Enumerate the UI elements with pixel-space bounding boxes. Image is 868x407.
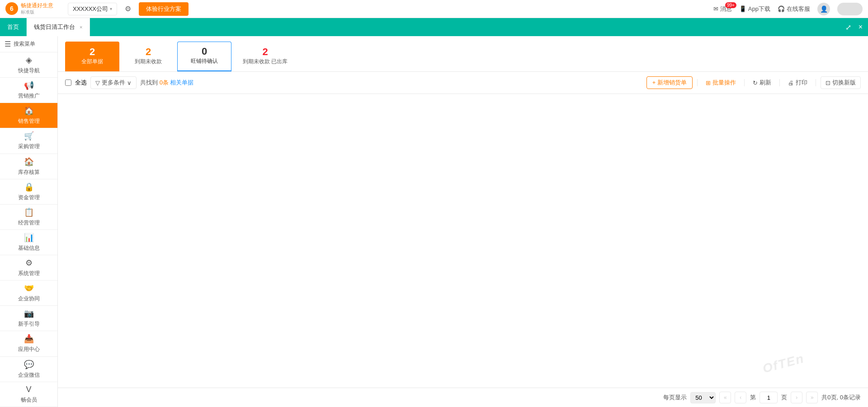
sidebar-item-wechat-label: 企业微信 (18, 371, 40, 379)
logo-area: 6 畅捷通好生意 标准版 (5, 2, 63, 15)
sidebar-item-quick-nav[interactable]: ◈ 快捷导航 (0, 52, 57, 78)
search-menu-icon: ☰ (5, 40, 11, 48)
select-all-checkbox[interactable] (65, 80, 71, 86)
stat-tab-overdue[interactable]: 2 到期未收款 (121, 42, 175, 71)
toolbar: 全选 ▽ 更多条件 ∨ 共找到 0条 相关单据 + 新增销货单 ⊞ 批量操作 (58, 72, 868, 94)
finance-icon: 🔒 (24, 182, 34, 192)
batch-icon: ⊞ (706, 80, 711, 86)
tab-close-window-icon[interactable]: × (857, 21, 864, 33)
sidebar-item-purchase[interactable]: 🛒 采购管理 (0, 128, 57, 154)
add-sales-order-button[interactable]: + 新增销货单 (646, 76, 693, 89)
tab-bar-actions: ⤢ × (844, 21, 868, 33)
page-size-select[interactable]: 10 20 50 100 (690, 392, 716, 403)
sidebar: ☰ 搜索菜单 ◈ 快捷导航 📢 营销推广 🏠 销售管理 🛒 采购管理 🏠 库存核… (0, 36, 58, 407)
page-size-label: 每页显示 (663, 393, 687, 402)
result-count: 0条 (160, 79, 169, 86)
sidebar-search[interactable]: ☰ 搜索菜单 (0, 36, 57, 52)
sidebar-item-app-center-label: 应用中心 (18, 346, 40, 353)
app-download-label: App下载 (748, 5, 770, 13)
stat-pending-num: 0 (202, 46, 207, 57)
sidebar-item-marketing[interactable]: 📢 营销推广 (0, 78, 57, 103)
result-text: 共找到 0条 相关单据 (140, 79, 193, 87)
stat-all-num: 2 (90, 46, 95, 58)
batch-label: 批量操作 (712, 79, 736, 87)
switch-icon: ⊡ (826, 80, 830, 86)
toolbar-divider2 (744, 79, 745, 86)
sidebar-item-member[interactable]: V 畅会员 (0, 382, 57, 407)
message-icon: ✉ (713, 5, 718, 12)
stats-tabs: 2 全部单据 2 到期未收款 0 旺铺待确认 2 到期未收款 已出库 (58, 36, 868, 72)
stat-pending-label: 旺铺待确认 (191, 57, 218, 65)
stat-overdue-label: 到期未收款 (135, 58, 162, 65)
refresh-label: 刷新 (760, 79, 771, 87)
prev-page-button[interactable]: ‹ (735, 392, 746, 403)
tab-cash-daily[interactable]: 钱货日清工作台 × (27, 18, 90, 36)
stat-tab-overdue-warehouse[interactable]: 2 到期未收款 已出库 (233, 42, 297, 71)
company-selector[interactable]: XXXXXX公司 ▾ (68, 3, 117, 15)
sidebar-item-finance-label: 资金管理 (18, 194, 40, 201)
stat-overdue-warehouse-num: 2 (263, 46, 268, 58)
settings-button[interactable]: ⚙ (122, 3, 134, 15)
marketing-icon: 📢 (24, 80, 34, 90)
sidebar-item-wechat[interactable]: 💬 企业微信 (0, 357, 57, 382)
print-icon: 🖨 (788, 80, 794, 86)
sidebar-item-inventory-label: 库存核算 (18, 168, 40, 176)
toolbar-divider3 (779, 79, 780, 86)
sidebar-item-base-info[interactable]: 📊 基础信息 (0, 230, 57, 255)
next-page-button[interactable]: › (791, 392, 802, 403)
sidebar-item-enterprise-label: 企业协同 (18, 295, 40, 303)
sidebar-item-marketing-label: 营销推广 (18, 92, 40, 100)
avatar[interactable]: 👤 (817, 3, 830, 15)
tab-close-icon[interactable]: × (80, 24, 82, 30)
stat-all-label: 全部单据 (81, 58, 103, 65)
select-all-label: 全选 (75, 79, 87, 87)
app-download-icon: 📱 (739, 5, 746, 12)
stat-tab-all[interactable]: 2 全部单据 (65, 42, 119, 71)
refresh-icon: ↻ (753, 80, 758, 86)
first-page-button[interactable]: « (719, 392, 731, 403)
app-download-button[interactable]: 📱 App下载 (739, 5, 770, 13)
tab-home[interactable]: 首页 (0, 18, 27, 36)
current-page-input[interactable] (760, 392, 778, 403)
filter-chevron-icon: ∨ (127, 80, 132, 86)
avatar-icon: 👤 (820, 5, 828, 13)
top-right-area: ✉ 消息 99+ 📱 App下载 🎧 在线客服 👤 (713, 3, 863, 15)
sidebar-item-operations[interactable]: 📋 经营管理 (0, 205, 57, 230)
sidebar-item-inventory[interactable]: 🏠 库存核算 (0, 154, 57, 179)
search-menu-label: 搜索菜单 (14, 40, 35, 48)
last-page-button[interactable]: » (806, 392, 818, 403)
sidebar-item-system[interactable]: ⚙ 系统管理 (0, 255, 57, 281)
toolbar-divider4 (816, 79, 816, 86)
toolbar-left: 全选 ▽ 更多条件 ∨ 共找到 0条 相关单据 (65, 76, 193, 89)
sidebar-item-member-label: 畅会员 (21, 396, 37, 404)
related-link[interactable]: 相关单据 (170, 79, 193, 86)
online-service-button[interactable]: 🎧 在线客服 (778, 5, 810, 13)
sidebar-item-app-center[interactable]: 📥 应用中心 (0, 331, 57, 356)
tab-maximize-icon[interactable]: ⤢ (844, 21, 853, 33)
guide-icon: 📷 (24, 309, 34, 318)
sidebar-item-sales[interactable]: 🏠 销售管理 (0, 103, 57, 128)
message-button[interactable]: ✉ 消息 99+ (713, 5, 732, 13)
batch-operation-button[interactable]: ⊞ 批量操作 (702, 77, 740, 89)
sidebar-item-guide[interactable]: 📷 新手引导 (0, 306, 57, 331)
stat-tab-pending[interactable]: 0 旺铺待确认 (177, 42, 231, 71)
sidebar-item-quick-nav-label: 快捷导航 (18, 67, 40, 75)
print-button[interactable]: 🖨 打印 (784, 77, 811, 89)
trial-button[interactable]: 体验行业方案 (139, 2, 189, 16)
refresh-button[interactable]: ↻ 刷新 (749, 77, 775, 89)
pagination-bar: 每页显示 10 20 50 100 « ‹ 第 页 › » 共0页, 0条记录 (58, 388, 868, 407)
inventory-icon: 🏠 (24, 157, 34, 167)
main-layout: ☰ 搜索菜单 ◈ 快捷导航 📢 营销推广 🏠 销售管理 🛒 采购管理 🏠 库存核… (0, 36, 868, 407)
content-area: 2 全部单据 2 到期未收款 0 旺铺待确认 2 到期未收款 已出库 全选 (58, 36, 868, 407)
filter-button[interactable]: ▽ 更多条件 ∨ (90, 76, 137, 89)
sidebar-item-enterprise[interactable]: 🤝 企业协同 (0, 281, 57, 306)
switch-new-version-button[interactable]: ⊡ 切换新版 (821, 76, 861, 89)
total-info: 共0页, 0条记录 (821, 393, 861, 402)
filter-label: 更多条件 (102, 79, 125, 87)
sidebar-item-finance[interactable]: 🔒 资金管理 (0, 179, 57, 205)
stat-overdue-num: 2 (146, 46, 151, 58)
stat-overdue-warehouse-label: 到期未收款 已出库 (243, 58, 288, 65)
sales-icon: 🏠 (24, 106, 34, 116)
sidebar-item-purchase-label: 采购管理 (18, 143, 40, 150)
company-name: XXXXXX公司 (73, 5, 108, 13)
